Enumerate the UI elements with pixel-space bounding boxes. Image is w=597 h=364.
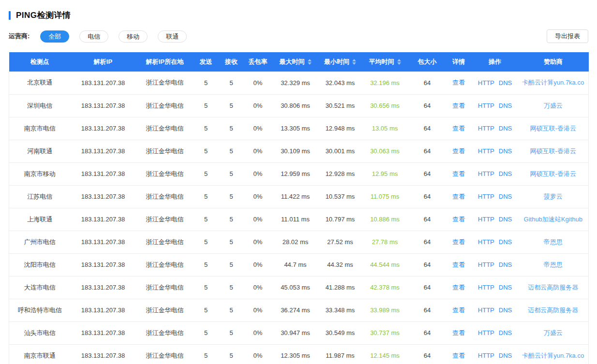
column-header: 丢包率 bbox=[245, 52, 271, 72]
cell-loss: 0% bbox=[245, 208, 271, 231]
cell-ip: 183.131.207.38 bbox=[71, 185, 136, 208]
cell-loss: 0% bbox=[245, 140, 271, 162]
http-link[interactable]: HTTP bbox=[478, 102, 494, 109]
cell-detail: 查看 bbox=[446, 94, 472, 117]
cell-detail: 查看 bbox=[446, 208, 472, 231]
sort-desc-icon[interactable] bbox=[352, 62, 356, 65]
cell-loss: 0% bbox=[245, 162, 271, 185]
sponsor-link[interactable]: 网硕互联-香港云 bbox=[530, 147, 576, 155]
column-header: 操作 bbox=[472, 52, 518, 72]
http-link[interactable]: HTTP bbox=[478, 147, 494, 155]
dns-link[interactable]: DNS bbox=[499, 125, 512, 132]
sort-icon[interactable] bbox=[308, 59, 312, 65]
cell-ip: 183.131.207.38 bbox=[71, 117, 136, 140]
http-link[interactable]: HTTP bbox=[478, 170, 494, 177]
sort-asc-icon[interactable] bbox=[308, 59, 312, 61]
cell-avg: 13.05 ms bbox=[361, 117, 409, 140]
cell-sponsor: 菠萝云 bbox=[518, 185, 589, 208]
filter-mobile-button[interactable]: 移动 bbox=[119, 30, 148, 43]
sponsor-link[interactable]: Github加速站Kgithub bbox=[524, 216, 582, 223]
sort-icon[interactable] bbox=[352, 59, 356, 65]
column-header-label: 包大小 bbox=[418, 58, 437, 66]
cell-ip: 183.131.207.38 bbox=[71, 321, 136, 344]
cell-received: 5 bbox=[218, 344, 245, 364]
cell-max: 11.422 ms bbox=[271, 185, 320, 208]
column-header[interactable]: 平均时间 bbox=[361, 52, 409, 72]
filter-telecom-button[interactable]: 电信 bbox=[79, 30, 108, 43]
dns-link[interactable]: DNS bbox=[499, 147, 512, 155]
view-detail-link[interactable]: 查看 bbox=[452, 352, 465, 359]
http-link[interactable]: HTTP bbox=[478, 329, 494, 336]
sort-desc-icon[interactable] bbox=[397, 62, 401, 65]
dns-link[interactable]: DNS bbox=[499, 306, 512, 314]
sponsor-link[interactable]: 卡酷云计算yun.7ka.co bbox=[522, 79, 584, 86]
sponsor-link[interactable]: 帝恩思 bbox=[544, 238, 563, 246]
http-link[interactable]: HTTP bbox=[478, 193, 494, 200]
dns-link[interactable]: DNS bbox=[499, 170, 512, 177]
cell-ip: 183.131.207.38 bbox=[71, 140, 136, 162]
http-link[interactable]: HTTP bbox=[478, 306, 494, 314]
http-link[interactable]: HTTP bbox=[478, 79, 494, 87]
view-detail-link[interactable]: 查看 bbox=[452, 284, 465, 291]
sponsor-link[interactable]: 迈都云高防服务器 bbox=[528, 306, 578, 314]
dns-link[interactable]: DNS bbox=[499, 79, 512, 87]
http-link[interactable]: HTTP bbox=[478, 125, 494, 132]
cell-received: 5 bbox=[218, 276, 245, 299]
sort-desc-icon[interactable] bbox=[308, 62, 312, 65]
sort-icon[interactable] bbox=[397, 59, 401, 65]
sort-asc-icon[interactable] bbox=[352, 59, 356, 61]
column-header-label: 丢包率 bbox=[249, 58, 268, 66]
view-detail-link[interactable]: 查看 bbox=[452, 125, 465, 132]
sponsor-link[interactable]: 网硕互联-香港云 bbox=[530, 125, 576, 132]
sponsor-link[interactable]: 网硕互联-香港云 bbox=[530, 170, 576, 177]
view-detail-link[interactable]: 查看 bbox=[452, 306, 465, 314]
view-detail-link[interactable]: 查看 bbox=[452, 193, 465, 200]
view-detail-link[interactable]: 查看 bbox=[452, 261, 465, 268]
dns-link[interactable]: DNS bbox=[499, 216, 512, 223]
table-row: 大连市电信183.131.207.38浙江金华电信550%45.053 ms41… bbox=[9, 276, 589, 299]
cell-sponsor: 网硕互联-香港云 bbox=[518, 140, 589, 162]
cell-spot: 呼和浩特市电信 bbox=[9, 299, 71, 321]
view-detail-link[interactable]: 查看 bbox=[452, 238, 465, 246]
filter-unicom-button[interactable]: 联通 bbox=[158, 30, 187, 43]
column-header[interactable]: 最小时间 bbox=[320, 52, 361, 72]
filter-all-button[interactable]: 全部 bbox=[40, 30, 69, 43]
http-link[interactable]: HTTP bbox=[478, 261, 494, 268]
view-detail-link[interactable]: 查看 bbox=[452, 329, 465, 336]
cell-size: 64 bbox=[409, 94, 446, 117]
dns-link[interactable]: DNS bbox=[499, 193, 512, 200]
http-link[interactable]: HTTP bbox=[478, 352, 494, 359]
view-detail-link[interactable]: 查看 bbox=[452, 147, 465, 155]
cell-received: 5 bbox=[218, 162, 245, 185]
column-header-label: 操作 bbox=[489, 58, 501, 66]
sponsor-link[interactable]: 万盛云 bbox=[544, 329, 563, 336]
sort-asc-icon[interactable] bbox=[397, 59, 401, 61]
cell-ip: 183.131.207.38 bbox=[71, 253, 136, 276]
sponsor-link[interactable]: 卡酷云计算yun.7ka.co bbox=[522, 352, 584, 359]
cell-max: 30.806 ms bbox=[271, 94, 320, 117]
dns-link[interactable]: DNS bbox=[499, 102, 512, 109]
cell-size: 64 bbox=[409, 321, 446, 344]
table-row: 南京市移动183.131.207.38浙江金华电信550%12.959 ms12… bbox=[9, 162, 589, 185]
view-detail-link[interactable]: 查看 bbox=[452, 216, 465, 223]
cell-sent: 5 bbox=[194, 185, 218, 208]
dns-link[interactable]: DNS bbox=[499, 284, 512, 291]
sponsor-link[interactable]: 万盛云 bbox=[544, 102, 563, 109]
http-link[interactable]: HTTP bbox=[478, 238, 494, 246]
dns-link[interactable]: DNS bbox=[499, 352, 512, 359]
export-report-button[interactable]: 导出报表 bbox=[547, 29, 588, 43]
sponsor-link[interactable]: 菠萝云 bbox=[544, 193, 563, 200]
sponsor-link[interactable]: 迈都云高防服务器 bbox=[528, 284, 578, 291]
column-header[interactable]: 最大时间 bbox=[271, 52, 320, 72]
dns-link[interactable]: DNS bbox=[499, 238, 512, 246]
sponsor-link[interactable]: 帝恩思 bbox=[544, 261, 563, 268]
view-detail-link[interactable]: 查看 bbox=[452, 170, 465, 177]
view-detail-link[interactable]: 查看 bbox=[452, 102, 465, 109]
http-link[interactable]: HTTP bbox=[478, 284, 494, 291]
view-detail-link[interactable]: 查看 bbox=[452, 79, 465, 86]
cell-size: 64 bbox=[409, 72, 446, 94]
dns-link[interactable]: DNS bbox=[499, 329, 512, 336]
cell-received: 5 bbox=[218, 253, 245, 276]
dns-link[interactable]: DNS bbox=[499, 261, 512, 268]
http-link[interactable]: HTTP bbox=[478, 216, 494, 223]
